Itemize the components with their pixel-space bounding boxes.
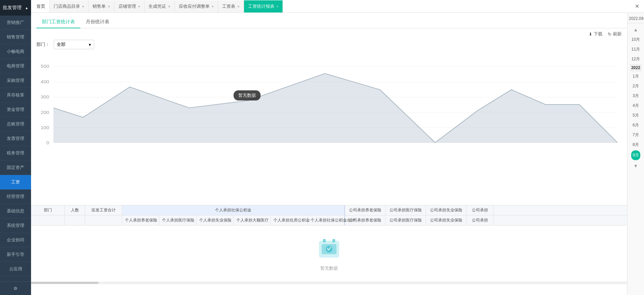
tab-close-1[interactable]: × xyxy=(82,4,84,8)
th-company-pension2: 公司承担养老保险 xyxy=(345,215,385,225)
chevron-down-icon: ▾ xyxy=(89,42,91,47)
sidebar-item-11[interactable]: 工资 xyxy=(0,175,31,189)
th-count: 人数 xyxy=(65,205,85,215)
empty-text: 暂无数据 xyxy=(320,265,338,271)
sidebar-item-6[interactable]: 资金管理 xyxy=(0,102,31,117)
th-personal-social-insurance: 个人承担社保公积金 xyxy=(122,205,345,215)
close-all-tabs-button[interactable]: ✕ xyxy=(632,3,643,9)
svg-text:0: 0 xyxy=(46,141,49,145)
department-filter-value: 全部 xyxy=(57,41,65,48)
tab-2[interactable]: 销售单× xyxy=(88,0,114,12)
sidebar-item-0[interactable]: 营销推广 xyxy=(0,16,31,30)
table-wrapper: 部门 人数 应发工资合计 个人承担社保公积金 公司承担养老保险 公司承担医疗保险… xyxy=(31,205,627,282)
date-nav-up-button[interactable]: ▲ xyxy=(631,25,641,35)
tab-6[interactable]: 工资表× xyxy=(218,0,244,12)
tab-close-4[interactable]: × xyxy=(168,4,170,8)
date-month-0-0[interactable]: 10月 xyxy=(630,35,642,45)
sidebar-item-16[interactable]: 新手引导 xyxy=(0,247,31,262)
svg-marker-12 xyxy=(53,73,617,143)
line-chart: 0 100 200 300 400 500 xyxy=(36,53,622,148)
th-company-medical: 公司承担医疗保险 xyxy=(385,205,426,215)
th-personal-major-medical: 个人承担大额医疗 xyxy=(234,215,271,225)
filter-row: 部门： 全部 ▾ xyxy=(31,40,627,53)
tab-close-5[interactable]: × xyxy=(212,4,214,8)
sidebar-item-10[interactable]: 固定资产 xyxy=(0,160,31,175)
scrollbar-thumb xyxy=(31,282,99,284)
horizontal-scrollbar[interactable] xyxy=(31,282,627,284)
svg-text:100: 100 xyxy=(41,125,50,130)
date-nav-down-button[interactable]: ▼ xyxy=(631,161,641,171)
download-label: 下载 xyxy=(594,31,602,37)
sidebar-item-3[interactable]: 电商管理 xyxy=(0,59,31,73)
table-scroll-container[interactable]: 部门 人数 应发工资合计 个人承担社保公积金 公司承担养老保险 公司承担医疗保险… xyxy=(31,205,627,282)
date-month-0-1[interactable]: 11月 xyxy=(630,45,642,54)
date-month-1-4[interactable]: 5月 xyxy=(630,111,642,120)
svg-text:400: 400 xyxy=(41,80,50,84)
th-company-medical2: 公司承担医疗保险 xyxy=(385,215,426,225)
svg-text:200: 200 xyxy=(41,110,50,115)
th-company-pension: 公司承担养老保险 xyxy=(345,205,385,215)
settings-icon: ⚙ xyxy=(14,286,18,291)
date-month-1-1[interactable]: 2月 xyxy=(630,81,642,91)
sidebar-item-12[interactable]: 经营管理 xyxy=(0,189,31,204)
th-company-unemployment2: 公司承担失业保险 xyxy=(426,215,466,225)
date-month-1-8[interactable]: 9月 xyxy=(631,150,640,160)
date-selector-panel: 2022.09 ▲ 10月11月12月20221月2月3月4月5月6月7月8月9… xyxy=(627,13,644,295)
department-filter-select[interactable]: 全部 ▾ xyxy=(54,40,94,49)
tab-close-3[interactable]: × xyxy=(138,4,140,8)
sidebar-item-15[interactable]: 企业协同 xyxy=(0,233,31,247)
close-all-icon: ✕ xyxy=(635,3,639,9)
download-icon: ⬇ xyxy=(589,32,592,37)
sub-tab-0[interactable]: 部门工资统计表 xyxy=(36,16,80,28)
date-month-1-7[interactable]: 8月 xyxy=(630,140,642,150)
refresh-button[interactable]: ↻ 刷新 xyxy=(608,31,622,37)
th-department: 部门 xyxy=(31,205,65,215)
tab-close-6[interactable]: × xyxy=(237,4,239,8)
sidebar-title: 批发管理 xyxy=(3,5,22,11)
sidebar-item-14[interactable]: 系统管理 xyxy=(0,218,31,233)
th-personal-medical: 个人承担医疗保险 xyxy=(159,215,196,225)
sidebar-item-4[interactable]: 采购管理 xyxy=(0,73,31,88)
th-personal-total: 个人承担社保公积金合计 xyxy=(308,215,345,225)
svg-text:500: 500 xyxy=(41,64,50,68)
tab-close-7[interactable]: × xyxy=(276,4,278,8)
sidebar-item-9[interactable]: 税务管理 xyxy=(0,146,31,160)
sidebar-item-7[interactable]: 总账管理 xyxy=(0,117,31,131)
sidebar-item-5[interactable]: 库存核算 xyxy=(0,88,31,102)
sidebar-settings-button[interactable]: ⚙ xyxy=(0,282,31,295)
date-month-1-0[interactable]: 1月 xyxy=(630,71,642,81)
date-month-1-3[interactable]: 4月 xyxy=(630,101,642,111)
tab-3[interactable]: 店铺管理× xyxy=(114,0,144,12)
empty-icon xyxy=(316,236,343,263)
date-month-1-5[interactable]: 6月 xyxy=(630,120,642,130)
tab-5[interactable]: 应收应付调整单× xyxy=(175,0,218,12)
tab-4[interactable]: 生成凭证× xyxy=(144,0,175,12)
sidebar-item-8[interactable]: 发票管理 xyxy=(0,131,31,146)
refresh-label: 刷新 xyxy=(613,31,622,37)
sidebar-item-1[interactable]: 销售管理 xyxy=(0,30,31,45)
sub-tab-1[interactable]: 月份统计表 xyxy=(80,16,115,28)
sidebar-item-13[interactable]: 基础信息 xyxy=(0,204,31,218)
svg-rect-18 xyxy=(323,239,326,242)
th-personal-housing-fund: 个人承担住房公积金 xyxy=(271,215,308,225)
date-month-1-2[interactable]: 3月 xyxy=(630,91,642,101)
sidebar-item-2[interactable]: 小畅电商 xyxy=(0,45,31,59)
th-wage-empty xyxy=(85,215,122,225)
th-personal-unemployment: 个人承担失业保险 xyxy=(196,215,234,225)
tab-1[interactable]: 门店商品目录× xyxy=(50,0,88,12)
tab-close-2[interactable]: × xyxy=(108,4,110,8)
tab-0[interactable]: 首页 xyxy=(32,0,50,12)
tab-7[interactable]: 工资统计报表× xyxy=(244,0,283,12)
chart-area: 0 100 200 300 400 500 xyxy=(31,53,627,205)
date-year-1[interactable]: 2022 xyxy=(630,64,642,71)
download-button[interactable]: ⬇ 下载 xyxy=(589,31,602,37)
sidebar-item-17[interactable]: 云应用 xyxy=(0,262,31,276)
sidebar-header[interactable]: 批发管理 ▲ xyxy=(0,0,31,16)
th-company-other2: 公司承担 xyxy=(466,215,493,225)
date-month-0-2[interactable]: 12月 xyxy=(630,54,642,64)
date-month-1-6[interactable]: 7月 xyxy=(630,130,642,140)
date-selector-header: 2022.09 xyxy=(627,14,644,23)
th-company-unemployment: 公司承担失业保险 xyxy=(426,205,466,215)
sub-tabs: 部门工资统计表月份统计表 xyxy=(31,13,627,28)
svg-rect-19 xyxy=(332,239,335,242)
